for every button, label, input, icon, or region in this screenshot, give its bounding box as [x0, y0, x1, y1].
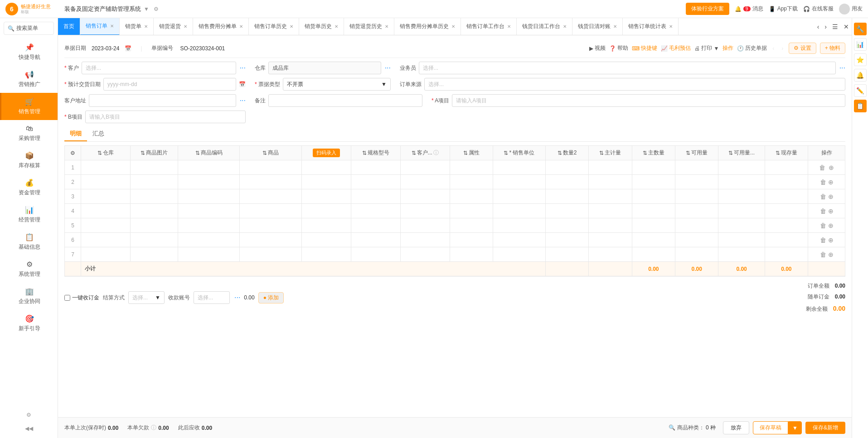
system-dropdown-icon[interactable]: ▼ — [144, 6, 149, 12]
staff-more-btn[interactable]: ··· — [839, 64, 845, 72]
history-btn[interactable]: 🕐 历史单据 — [737, 44, 767, 52]
th-warehouse[interactable]: ⇅仓库 — [81, 146, 131, 160]
th-image[interactable]: ⇅商品图片 — [131, 146, 178, 160]
view-btn[interactable]: ▶ 视频 — [589, 44, 606, 52]
tab-expense-history[interactable]: 销售费用分摊单历史 ✕ — [394, 18, 461, 35]
print-btn[interactable]: 🖨 打印 ▼ — [694, 44, 719, 52]
account-more-btn[interactable]: ··· — [234, 294, 240, 302]
row-3-copy-btn[interactable]: ⊕ — [827, 192, 834, 201]
deposit-checkbox-input[interactable] — [64, 295, 70, 301]
row-1-product[interactable] — [240, 160, 301, 175]
sidebar-item-quick-nav[interactable]: 📌 快捷导航 — [0, 39, 58, 66]
tab-close-return-history[interactable]: ✕ — [385, 24, 388, 29]
sidebar-item-marketing[interactable]: 📢 营销推广 — [0, 66, 58, 93]
right-panel-btn-1[interactable]: 🔧 — [854, 23, 867, 35]
th-main-unit[interactable]: ⇅主计量 — [589, 146, 632, 160]
project-a-input[interactable] — [452, 94, 845, 107]
th-stock[interactable]: ⇅现存量 — [765, 146, 808, 160]
right-panel-btn-2[interactable]: 📊 — [854, 38, 867, 51]
account-select[interactable]: 选择... — [194, 291, 230, 304]
sidebar-item-sales[interactable]: 🛒 销售管理 — [0, 93, 58, 120]
sidebar-item-finance[interactable]: 💰 资金管理 — [0, 174, 58, 201]
notification-btn[interactable]: 🔔 9 消息 — [735, 5, 763, 13]
tab-sales-order[interactable]: 销售订单 ✕ — [80, 18, 120, 35]
tab-close-order-workbench[interactable]: ✕ — [507, 24, 511, 29]
tab-sales-expense[interactable]: 销售费用分摊单 ✕ — [193, 18, 249, 35]
sidebar-item-enterprise[interactable]: 🏢 企业协同 — [0, 283, 58, 310]
save-draft-dropdown-btn[interactable]: ▼ — [788, 421, 802, 434]
sidebar-item-guide[interactable]: 🎯 新手引导 — [0, 310, 58, 337]
th-gear[interactable]: ⚙ — [65, 146, 81, 160]
th-spec[interactable]: ⇅规格型号 — [351, 146, 400, 160]
row-1-attr[interactable] — [450, 160, 493, 175]
project-b-input[interactable] — [85, 111, 246, 123]
tab-close-cash-reconcile[interactable]: ✕ — [613, 24, 617, 29]
tab-close-sales-order[interactable]: ✕ — [110, 24, 114, 29]
right-panel-btn-6[interactable]: 📋 — [854, 100, 867, 112]
detail-table-scroll[interactable]: ⚙ ⇅仓库 ⇅商品图片 ⇅商品编码 — [64, 145, 845, 276]
add-payment-btn[interactable]: ● 添加 — [258, 292, 284, 303]
tab-cash-workbench[interactable]: 钱货日清工作台 ✕ — [517, 18, 572, 35]
payment-method-select[interactable]: 选择... ▼ — [128, 291, 165, 304]
tab-close-sales-stats[interactable]: ✕ — [669, 24, 673, 29]
row-1-main-unit[interactable] — [589, 160, 632, 175]
delivery-date-input[interactable] — [103, 78, 236, 91]
save-draft-button[interactable]: 保存草稿 — [753, 421, 788, 434]
tab-close-sales-invoice-history[interactable]: ✕ — [335, 24, 338, 29]
notes-input[interactable] — [268, 94, 422, 107]
row-3-delete-btn[interactable]: 🗑 — [819, 192, 827, 201]
row-2-delete-btn[interactable]: 🗑 — [819, 178, 827, 187]
row-1-spec[interactable] — [351, 160, 400, 175]
th-main-qty[interactable]: ⇅主数量 — [632, 146, 675, 160]
row-1-code[interactable] — [178, 160, 239, 175]
tab-menu-btn[interactable]: ☰ — [829, 23, 841, 30]
right-panel-btn-3[interactable]: ⭐ — [854, 53, 867, 66]
tab-sales-invoice[interactable]: 销货单 ✕ — [120, 18, 154, 35]
delivery-calendar-icon[interactable]: 📅 — [239, 81, 246, 87]
staff-input[interactable] — [419, 62, 836, 74]
th-avail[interactable]: ⇅可用量 — [675, 146, 718, 160]
tab-cash-reconcile[interactable]: 钱货日清对账 ✕ — [572, 18, 623, 35]
right-panel-btn-4[interactable]: 🔔 — [854, 69, 867, 82]
tab-next-btn[interactable]: › — [822, 23, 829, 30]
tab-close-expense-history[interactable]: ✕ — [451, 24, 455, 29]
row-1-customer-code[interactable] — [400, 160, 450, 175]
sidebar-settings-btn[interactable]: ⚙ — [4, 409, 54, 421]
print-dropdown-icon[interactable]: ▼ — [713, 45, 719, 52]
scan-button[interactable]: 扫码录入 — [313, 149, 340, 157]
row-1-copy-btn[interactable]: ⊕ — [828, 163, 835, 172]
th-code[interactable]: ⇅商品编码 — [178, 146, 239, 160]
tab-close-cash-workbench[interactable]: ✕ — [563, 24, 567, 29]
th-customer-code[interactable]: ⇅客户...ⓘ — [400, 146, 450, 160]
tab-sales-order-history[interactable]: 销售订单历史 ✕ — [249, 18, 299, 35]
row-6-copy-btn[interactable]: ⊕ — [827, 236, 834, 245]
operations-btn[interactable]: 操作 — [723, 44, 733, 52]
solution-button[interactable]: 体验行业方案 — [686, 3, 729, 15]
sidebar-item-inventory[interactable]: 📦 库存核算 — [0, 147, 58, 174]
search-menu-button[interactable]: 🔍 搜索菜单 — [4, 22, 54, 35]
help-btn[interactable]: ❓ 帮助 — [609, 44, 628, 52]
customer-more-btn[interactable]: ··· — [240, 64, 246, 72]
tab-sales-stats[interactable]: 销售订单统计表 ✕ — [623, 18, 679, 35]
tab-sales-return[interactable]: 销货退货 ✕ — [154, 18, 193, 35]
settings-form-btn[interactable]: ⚙ 设置 — [789, 43, 816, 54]
sidebar-item-basic-info[interactable]: 📋 基础信息 — [0, 228, 58, 255]
calendar-icon[interactable]: 📅 — [125, 45, 131, 52]
th-qty2[interactable]: ⇅数量2 — [545, 146, 588, 160]
right-panel-btn-5[interactable]: ✏️ — [854, 84, 867, 97]
user-btn[interactable]: 用友 — [839, 4, 863, 14]
tab-sales-invoice-history[interactable]: 销货单历史 ✕ — [299, 18, 344, 35]
sidebar-collapse-btn[interactable]: ◀◀ — [4, 423, 54, 434]
shortcut-btn[interactable]: ⌨ 快捷键 — [632, 44, 657, 52]
row-1-main-qty[interactable] — [632, 160, 675, 175]
row-5-delete-btn[interactable]: 🗑 — [819, 221, 827, 230]
th-avail2[interactable]: ⇅可用量... — [718, 146, 765, 160]
warehouse-value[interactable]: 成品库 — [268, 62, 381, 74]
tab-close-sales-return[interactable]: ✕ — [184, 24, 187, 29]
customer-input[interactable] — [82, 62, 236, 74]
row-1-warehouse[interactable] — [81, 160, 131, 175]
row-6-delete-btn[interactable]: 🗑 — [819, 236, 827, 245]
order-source-input[interactable] — [424, 78, 845, 91]
sidebar-item-purchase[interactable]: 🛍 采购管理 — [0, 120, 58, 147]
settings-icon-btn[interactable]: ⚙ — [154, 6, 159, 12]
